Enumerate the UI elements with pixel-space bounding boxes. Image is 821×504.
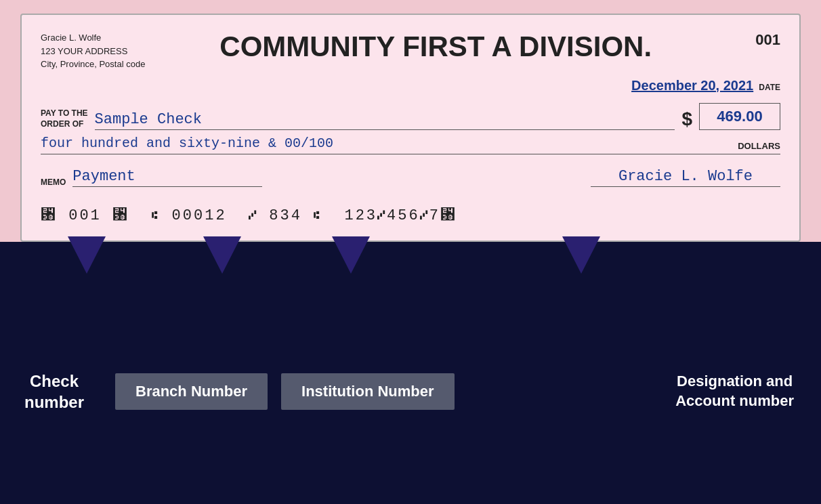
date-label: DATE — [759, 83, 780, 92]
amount-box: 469.00 — [699, 103, 780, 130]
branch-number-label: Branch Number — [115, 373, 268, 410]
check-number: 001 — [726, 31, 780, 49]
payee-value: Sample Check — [95, 111, 202, 128]
bottom-section: Check number Branch Number Institution N… — [0, 242, 821, 505]
check-wrapper: Gracie L. Wolfe 123 YOUR ADDRESS City, P… — [0, 0, 821, 242]
pay-row: PAY TO THEORDER OF Sample Check $ 469.00 — [41, 103, 780, 130]
date-value: December 20, 2021 — [631, 78, 753, 93]
address-line1: 123 YOUR ADDRESS — [41, 45, 145, 58]
check-number-label: Check number — [0, 364, 108, 419]
bottom-labels: Check number Branch Number Institution N… — [0, 279, 821, 505]
check-address: Gracie L. Wolfe 123 YOUR ADDRESS City, P… — [41, 31, 145, 71]
memo-label: MEMO — [41, 177, 66, 187]
amount-words: four hundred and sixty-nine & 00/100 — [41, 135, 333, 151]
designation-account-label: Designation and Account number — [662, 365, 807, 417]
check: Gracie L. Wolfe 123 YOUR ADDRESS City, P… — [20, 14, 801, 242]
address-line2: City, Province, Postal code — [41, 58, 145, 71]
memo-section: MEMO Payment — [41, 168, 262, 187]
memo-sig-row: MEMO Payment Gracie L. Wolfe — [41, 168, 780, 187]
check-top-row: Gracie L. Wolfe 123 YOUR ADDRESS City, P… — [41, 31, 780, 71]
pay-label: PAY TO THEORDER OF — [41, 108, 88, 129]
arrow-check-icon — [68, 236, 106, 274]
payee-line: Sample Check — [95, 111, 675, 130]
micr-row: ␸ 001 ␸ ⑆ 00012 ⑇ 834 ⑆ 123⑇456⑇7␸ — [41, 203, 780, 227]
micr-value: ␸ 001 ␸ ⑆ 00012 ⑇ 834 ⑆ 123⑇456⑇7␸ — [41, 207, 457, 224]
dollars-label: DOLLARS — [738, 141, 780, 151]
arrow-designation-icon — [562, 236, 600, 274]
arrow-branch-icon — [203, 236, 241, 274]
memo-line: Payment — [72, 168, 262, 187]
bank-name: COMMUNITY FIRST A DIVISION. — [145, 31, 726, 62]
arrow-institution-icon — [332, 236, 370, 274]
words-row: four hundred and sixty-nine & 00/100 DOL… — [41, 135, 780, 154]
memo-value: Payment — [72, 168, 135, 185]
signature-value: Gracie L. Wolfe — [618, 168, 753, 185]
date-row: December 20, 2021 DATE — [41, 78, 780, 93]
institution-number-label: Institution Number — [281, 373, 455, 410]
dollar-sign: $ — [681, 108, 692, 130]
address-name: Gracie L. Wolfe — [41, 31, 145, 45]
signature-line: Gracie L. Wolfe — [591, 168, 780, 187]
